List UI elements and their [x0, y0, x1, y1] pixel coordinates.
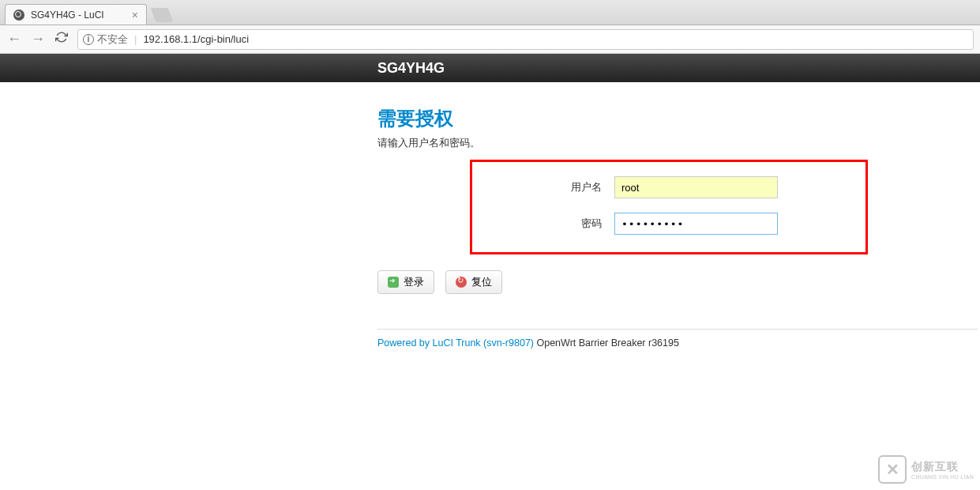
footer-tail: OpenWrt Barrier Breaker r36195: [534, 337, 679, 349]
reload-button[interactable]: [54, 31, 69, 47]
tab-title: SG4YH4G - LuCI: [31, 9, 104, 21]
footer-link[interactable]: Powered by LuCI Trunk (svn-r9807): [377, 337, 534, 349]
username-input[interactable]: [614, 176, 778, 198]
password-row: 密码: [472, 213, 865, 235]
auth-subtitle: 请输入用户名和密码。: [377, 136, 978, 150]
password-label: 密码: [472, 217, 614, 231]
login-button-label: 登录: [404, 275, 424, 289]
tab-favicon-icon: [13, 9, 24, 21]
forward-button[interactable]: →: [30, 31, 46, 47]
address-separator: |: [134, 33, 137, 45]
watermark: ✕ 创新互联 CHUANG XIN HU LIAN: [878, 455, 974, 484]
reset-button[interactable]: 复位: [445, 270, 502, 294]
reset-button-label: 复位: [471, 275, 492, 289]
username-label: 用户名: [472, 180, 614, 194]
main-content: 需要授权 请输入用户名和密码。 用户名 密码 登录 复位 Powered by …: [377, 82, 978, 349]
watermark-en: CHUANG XIN HU LIAN: [911, 474, 974, 480]
new-tab-button[interactable]: [151, 8, 174, 22]
reset-icon: [456, 277, 467, 288]
address-bar[interactable]: i 不安全 | 192.168.1.1/cgi-bin/luci: [77, 29, 974, 50]
login-form-highlight: 用户名 密码: [470, 160, 868, 254]
back-button[interactable]: ←: [6, 31, 22, 47]
button-row: 登录 复位: [377, 270, 978, 294]
browser-tab[interactable]: SG4YH4G - LuCI ×: [5, 4, 147, 24]
insecure-indicator[interactable]: i 不安全: [83, 32, 128, 47]
browser-tab-bar: SG4YH4G - LuCI ×: [0, 0, 980, 25]
tab-close-icon[interactable]: ×: [132, 9, 138, 21]
username-row: 用户名: [472, 176, 865, 198]
auth-heading: 需要授权: [377, 106, 978, 131]
browser-nav-bar: ← → i 不安全 | 192.168.1.1/cgi-bin/luci: [0, 25, 980, 54]
page-header: SG4YH4G: [0, 54, 980, 82]
info-icon: i: [83, 34, 94, 45]
login-icon: [388, 277, 399, 288]
login-button[interactable]: 登录: [377, 270, 434, 294]
watermark-zh: 创新互联: [911, 460, 974, 474]
address-url: 192.168.1.1/cgi-bin/luci: [143, 33, 249, 45]
watermark-icon: ✕: [878, 455, 907, 484]
footer: Powered by LuCI Trunk (svn-r9807) OpenWr…: [377, 329, 978, 349]
password-input[interactable]: [614, 213, 778, 235]
app-title: SG4YH4G: [377, 60, 445, 76]
insecure-label: 不安全: [97, 32, 128, 47]
